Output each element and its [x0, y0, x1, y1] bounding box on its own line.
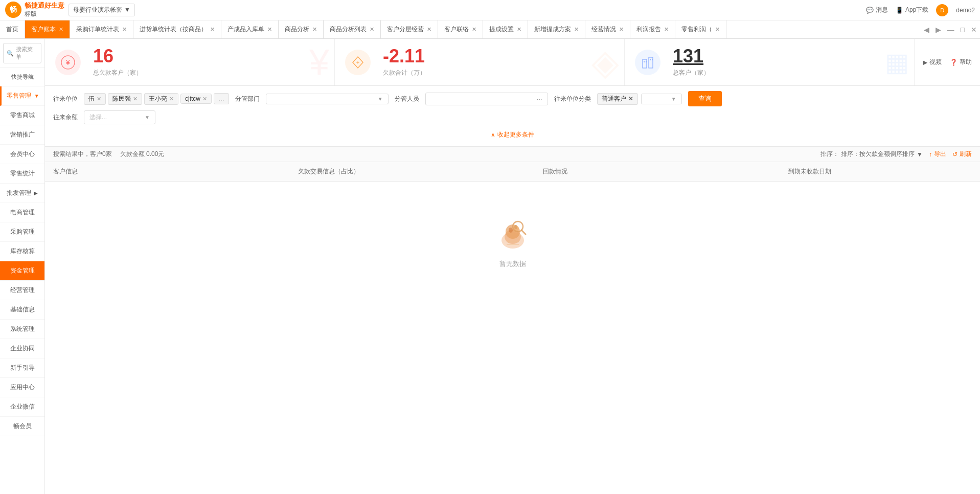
- tab-promotion-settings[interactable]: 提成设置 ✕: [483, 20, 528, 39]
- tab-home[interactable]: 首页: [0, 20, 25, 39]
- tab-customer-accounts-label: 客户账本: [31, 25, 56, 34]
- tab-product-analysis-list-close[interactable]: ✕: [370, 26, 374, 33]
- tab-product-warehousing[interactable]: 产成品入库单 ✕: [221, 20, 279, 39]
- stat-bg-icon1: ¥: [309, 42, 329, 83]
- nav-prev-button[interactable]: ◀: [921, 24, 932, 36]
- tab-business-status-close[interactable]: ✕: [619, 26, 624, 33]
- unit-type-tag-regular[interactable]: 普通客户 ✕: [597, 93, 638, 105]
- tab-purchase-orders[interactable]: 采购订单统计表 ✕: [70, 20, 133, 39]
- unit-tag-more[interactable]: ...: [214, 93, 229, 104]
- tab-purchase-orders-label: 采购订单统计表: [76, 25, 119, 34]
- sidebar-item-enterprise[interactable]: 企业协同: [0, 339, 44, 358]
- sidebar-item-ecommerce[interactable]: 电商管理: [0, 203, 44, 222]
- tab-customer-contact-close[interactable]: ✕: [472, 26, 476, 33]
- tab-new-promotion-close[interactable]: ✕: [574, 26, 579, 33]
- sidebar-search-area: 🔍 搜索菜单: [0, 39, 44, 68]
- diamond-icon: +: [351, 55, 365, 70]
- tab-product-analysis-close[interactable]: ✕: [312, 26, 317, 33]
- tab-customer-accounts[interactable]: 客户账本 ✕: [25, 20, 70, 39]
- unit-tag-wang-close[interactable]: ✕: [169, 96, 174, 102]
- nav-close-button[interactable]: ✕: [968, 24, 980, 36]
- sidebar-search-button[interactable]: 🔍 搜索菜单: [3, 43, 41, 63]
- tab-business-status[interactable]: 经营情况 ✕: [585, 20, 630, 39]
- sidebar-item-retail-mall[interactable]: 零售商城: [0, 106, 44, 125]
- tab-profit-report[interactable]: 利润报告 ✕: [630, 20, 675, 39]
- tab-product-analysis[interactable]: 商品分析 ✕: [279, 20, 324, 39]
- dept-chevron-down-icon: ▼: [378, 96, 383, 102]
- col-customer-info: 客户信息: [53, 167, 298, 176]
- sidebar-item-vip[interactable]: 畅会员: [0, 417, 44, 436]
- tab-promotion-settings-close[interactable]: ✕: [517, 26, 521, 33]
- sidebar-item-finance[interactable]: 资金管理: [0, 261, 44, 281]
- unit-tag-cjttcw-close[interactable]: ✕: [202, 96, 207, 102]
- nav-next-button[interactable]: ▶: [932, 24, 944, 36]
- remainder-select[interactable]: 选择... ▼: [84, 110, 155, 124]
- sidebar-item-app-center[interactable]: 应用中心: [0, 378, 44, 397]
- sidebar-item-marketing[interactable]: 营销推广: [0, 125, 44, 145]
- app-download-button[interactable]: 📱 App下载: [896, 6, 928, 14]
- sidebar-item-system[interactable]: 系统管理: [0, 320, 44, 339]
- dept-select[interactable]: ▼: [266, 94, 389, 104]
- tab-customer-contact[interactable]: 客户联络 ✕: [438, 20, 483, 39]
- filter-bar: 往来单位 伍 ✕ 陈民强 ✕ 王小亮 ✕ cjttcw: [45, 86, 980, 147]
- tab-product-analysis-list[interactable]: 商品分析列表 ✕: [324, 20, 381, 39]
- unit-tag-wu-close[interactable]: ✕: [97, 96, 101, 102]
- tab-purchase-orders-close[interactable]: ✕: [122, 26, 127, 33]
- unit-tag-cjttcw[interactable]: cjttcw ✕: [180, 94, 212, 104]
- user-avatar[interactable]: D: [936, 4, 948, 16]
- help-button[interactable]: ❓ 帮助: [950, 58, 972, 66]
- staff-select[interactable]: ···: [425, 93, 548, 105]
- unit-type-select[interactable]: ▼: [641, 94, 682, 104]
- unit-tag-chen[interactable]: 陈民强 ✕: [108, 93, 142, 105]
- unit-tag-wu[interactable]: 伍 ✕: [84, 93, 106, 105]
- unit-tag-wang[interactable]: 王小亮 ✕: [144, 93, 178, 105]
- sidebar-item-member[interactable]: 会员中心: [0, 145, 44, 164]
- tab-profit-report-close[interactable]: ✕: [664, 26, 669, 33]
- sort-select[interactable]: 排序： 排序：按欠款金额倒序排序 ▼: [821, 150, 923, 159]
- sidebar-item-enterprise-wechat[interactable]: 企业微信: [0, 397, 44, 417]
- refresh-label: 刷新: [960, 150, 972, 159]
- empty-icon: [492, 212, 533, 253]
- tab-new-promotion-label: 新增提成方案: [534, 25, 571, 34]
- remainder-chevron-down-icon: ▼: [145, 115, 150, 120]
- query-button[interactable]: 查询: [688, 91, 722, 106]
- tab-incoming-stats-close[interactable]: ✕: [210, 26, 215, 33]
- sidebar-item-basic-info[interactable]: 基础信息: [0, 300, 44, 320]
- tab-incoming-stats[interactable]: 进货单统计表（按商品） ✕: [133, 20, 221, 39]
- tab-customer-accounts-close[interactable]: ✕: [59, 26, 63, 33]
- sidebar-item-purchase[interactable]: 采购管理: [0, 222, 44, 242]
- message-button[interactable]: 💬 消息: [866, 6, 888, 14]
- sidebar-item-inventory[interactable]: 库存核算: [0, 242, 44, 261]
- export-label: 导出: [934, 150, 946, 159]
- sidebar-item-retail-stats-label: 零售统计: [10, 170, 35, 177]
- sidebar-item-retail-stats[interactable]: 零售统计: [0, 164, 44, 184]
- logo-icon: 畅: [5, 2, 21, 18]
- app-download-label: App下载: [905, 6, 928, 14]
- refresh-button[interactable]: ↺ 刷新: [952, 150, 972, 159]
- unit-type-tag-regular-close[interactable]: ✕: [628, 95, 633, 102]
- tab-retail-profit[interactable]: 零售利润（ ✕: [675, 20, 726, 39]
- tab-customer-tier[interactable]: 客户分层经营 ✕: [381, 20, 438, 39]
- tab-product-warehousing-close[interactable]: ✕: [267, 26, 272, 33]
- tab-new-promotion[interactable]: 新增提成方案 ✕: [528, 20, 585, 39]
- nav-minimize-button[interactable]: —: [944, 24, 958, 36]
- sidebar-item-operations[interactable]: 经营管理: [0, 281, 44, 300]
- total-debt-label: 欠款合计（万）: [383, 69, 426, 77]
- video-button[interactable]: ▶ 视频: [923, 58, 942, 66]
- sidebar-item-retail[interactable]: 零售管理 ▼: [0, 86, 44, 106]
- tab-retail-profit-close[interactable]: ✕: [715, 26, 720, 33]
- export-button[interactable]: ↑ 导出: [929, 150, 946, 159]
- collapse-button[interactable]: ∧ 收起更多条件: [491, 130, 534, 139]
- sidebar-item-newbie[interactable]: 新手引导: [0, 358, 44, 378]
- empty-state: 暂无数据: [45, 182, 980, 299]
- workspace-selector[interactable]: 母婴行业演示帐套 ▼: [69, 4, 135, 16]
- unit-tag-chen-close[interactable]: ✕: [133, 96, 138, 102]
- quick-nav-button[interactable]: 快捷导航: [3, 71, 41, 83]
- results-bar: 搜索结果中，客户0家 欠款金额 0.00元 排序： 排序：按欠款金额倒序排序 ▼…: [45, 147, 980, 162]
- brand-name: 畅捷通好生意: [25, 2, 64, 10]
- nav-maximize-button[interactable]: □: [958, 24, 968, 36]
- sidebar-item-operations-label: 经营管理: [10, 286, 35, 294]
- nav-tabs: 首页 客户账本 ✕ 采购订单统计表 ✕ 进货单统计表（按商品） ✕ 产成品入库单…: [0, 20, 980, 39]
- sidebar-item-wholesale[interactable]: 批发管理 ▶: [0, 184, 44, 203]
- tab-customer-tier-close[interactable]: ✕: [427, 26, 431, 33]
